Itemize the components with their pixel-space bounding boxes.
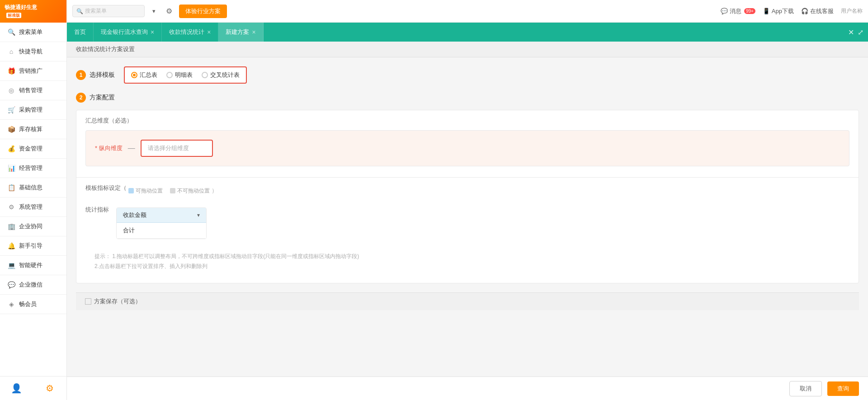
metrics-column-header: 收款金额 ▾ <box>117 208 206 223</box>
save-label: 方案保存（可选） <box>94 297 141 306</box>
dimension-area: 纵向维度 — 请选择分组维度 <box>85 130 849 166</box>
settings-gear-icon[interactable]: ⚙ <box>163 5 175 18</box>
metrics-total-row: 合计 <box>117 223 206 239</box>
sidebar-item-label: 畅会员 <box>19 300 37 308</box>
sidebar-item-member[interactable]: ◈ 畅会员 <box>0 295 66 314</box>
sidebar-item-label: 企业微信 <box>19 281 42 289</box>
save-checkbox[interactable] <box>85 298 91 305</box>
tab-bank-close[interactable]: × <box>151 29 154 35</box>
content-area: 1 选择模板 汇总表 明细表 交叉统计表 <box>67 57 868 376</box>
sidebar-item-guide[interactable]: 🔔 新手引导 <box>0 236 66 256</box>
message-btn[interactable]: 💬 消息 99+ <box>721 7 755 15</box>
money-icon: 💰 <box>7 145 15 153</box>
sidebar-item-finance[interactable]: 💰 资金管理 <box>0 139 66 159</box>
sidebar-item-basic[interactable]: 📋 基础信息 <box>0 178 66 198</box>
tab-home-label: 首页 <box>74 28 86 36</box>
topbar: 🔍 搜索菜单 ▾ ⚙ 体验行业方案 💬 消息 99+ 📱 App下载 🎧 在线客… <box>67 0 868 23</box>
download-label: App下载 <box>772 7 794 15</box>
home-icon: ⌂ <box>7 47 15 56</box>
main-wrapper: 🔍 搜索菜单 ▾ ⚙ 体验行业方案 💬 消息 99+ 📱 App下载 🎧 在线客… <box>67 0 868 400</box>
tips-area: 提示： 1.拖动标题栏可以调整布局，不可跨维度或指标区域拖动目字段(只能在同一维… <box>85 246 849 277</box>
radio-detail[interactable]: 明细表 <box>166 71 193 79</box>
step1-header: 1 选择模板 汇总表 明细表 交叉统计表 <box>76 66 859 84</box>
sidebar-item-system[interactable]: ⚙ 系统管理 <box>0 198 66 217</box>
sidebar-item-sales[interactable]: ◎ 销售管理 <box>0 81 66 100</box>
hint-movable-label: 可拖动位置 <box>136 187 163 195</box>
sidebar-item-wechat[interactable]: 💬 企业微信 <box>0 275 66 295</box>
dimension-label: 汇总维度（必选） <box>85 117 849 125</box>
sidebar-item-label: 搜索菜单 <box>19 28 42 36</box>
message-badge: 99+ <box>744 8 755 14</box>
sidebar-item-operations[interactable]: 📊 经营管理 <box>0 159 66 178</box>
step2-section: 2 方案配置 汇总维度（必选） 纵向维度 — 请选择分组维度 <box>76 93 859 283</box>
search-dropdown-btn[interactable]: ▾ <box>148 6 159 17</box>
download-btn[interactable]: 📱 App下载 <box>763 7 794 15</box>
sidebar-item-inventory[interactable]: 📦 库存核算 <box>0 120 66 139</box>
step1-badge: 1 <box>76 70 86 80</box>
dimension-select-placeholder: 请选择分组维度 <box>148 144 189 152</box>
sidebar-user-icon[interactable]: 👤 <box>9 380 25 396</box>
sidebar-item-purchase[interactable]: 🛒 采购管理 <box>0 100 66 120</box>
sidebar-item-hardware[interactable]: 💻 智能硬件 <box>0 256 66 275</box>
step2-header: 2 方案配置 <box>76 93 859 103</box>
sidebar-settings-icon[interactable]: ⚙ <box>42 380 58 396</box>
tab-payment-label: 收款情况统计 <box>169 28 204 36</box>
dimension-arrow-icon: — <box>128 144 135 152</box>
sidebar-item-label: 快捷导航 <box>19 47 42 56</box>
tip-2: 2.点击标题栏下拉可设置排序、插入列和删除列 <box>94 262 840 272</box>
radio-cross[interactable]: 交叉统计表 <box>202 71 240 79</box>
sidebar-item-search[interactable]: 🔍 搜索菜单 <box>0 23 66 42</box>
sidebar-item-label: 营销推广 <box>19 67 42 75</box>
query-button[interactable]: 查询 <box>827 381 859 396</box>
sidebar-item-marketing[interactable]: 🎁 营销推广 <box>0 61 66 81</box>
chat-icon: 💬 <box>7 281 15 289</box>
tab-payment[interactable]: 收款情况统计 × <box>162 23 218 42</box>
member-icon: ◈ <box>7 300 15 308</box>
tab-home[interactable]: 首页 <box>67 23 94 42</box>
tab-new-plan-close[interactable]: × <box>252 29 255 35</box>
step2-card: 汇总维度（必选） 纵向维度 — 请选择分组维度 <box>76 110 859 283</box>
tab-new-plan[interactable]: 新建方案 × <box>218 23 263 42</box>
hint-movable-dot <box>128 188 134 193</box>
topbar-right: 💬 消息 99+ 📱 App下载 🎧 在线客服 用户名称 <box>721 7 863 15</box>
user-name: 用户名称 <box>841 7 863 15</box>
metrics-section: 模板指标设定（ 可拖动位置 不可拖动位置 <box>76 178 859 283</box>
sidebar-item-enterprise[interactable]: 🏢 企业协同 <box>0 217 66 236</box>
dimension-select[interactable]: 请选择分组维度 <box>141 140 213 157</box>
gift-icon: 🎁 <box>7 67 15 75</box>
sidebar-item-label: 系统管理 <box>19 203 42 211</box>
sidebar-item-label: 新手引导 <box>19 242 42 250</box>
metrics-table: 收款金额 ▾ 合计 <box>116 207 207 239</box>
sidebar-item-quicknav[interactable]: ⌂ 快捷导航 <box>0 42 66 61</box>
hint-immovable: 不可拖动位置 <box>170 187 210 195</box>
tab-payment-close[interactable]: × <box>207 29 211 35</box>
cart-icon: 🛒 <box>7 106 15 114</box>
search-icon: 🔍 <box>7 28 15 36</box>
step1-section: 1 选择模板 汇总表 明细表 交叉统计表 <box>76 66 859 84</box>
tab-new-plan-label: 新建方案 <box>226 28 249 36</box>
dimension-row: 纵向维度 — 请选择分组维度 <box>95 140 840 157</box>
sidebar-bottom: 👤 ⚙ <box>0 376 66 400</box>
app-badge: 标准版 <box>6 13 21 18</box>
sidebar-item-label: 资金管理 <box>19 145 42 153</box>
cancel-button[interactable]: 取消 <box>789 381 822 396</box>
service-btn[interactable]: 🎧 在线客服 <box>801 7 834 15</box>
footer-save: 方案保存（可选） <box>76 292 859 310</box>
app-logo: 畅捷通好生意 标准版 <box>0 0 66 23</box>
tab-bank[interactable]: 现金银行流水查询 × <box>94 23 162 42</box>
metrics-dropdown-icon[interactable]: ▾ <box>197 212 200 218</box>
sidebar-item-label: 经营管理 <box>19 164 42 172</box>
search-box[interactable]: 🔍 搜索菜单 <box>72 5 145 17</box>
step2-badge: 2 <box>76 93 86 103</box>
service-label: 在线客服 <box>810 7 834 15</box>
industry-btn[interactable]: 体验行业方案 <box>179 5 227 18</box>
page-header: 收款情况统计方案设置 <box>67 42 868 57</box>
tab-close-all-btn[interactable]: ✕ <box>848 28 854 37</box>
radio-circle-summary <box>131 72 137 78</box>
vertical-dim-label: 纵向维度 <box>95 144 123 152</box>
tab-maximize-btn[interactable]: ⤢ <box>858 28 863 37</box>
radio-summary[interactable]: 汇总表 <box>131 71 157 79</box>
hint-movable: 可拖动位置 <box>128 187 163 195</box>
laptop-icon: 💻 <box>7 261 15 269</box>
metrics-hint: 可拖动位置 不可拖动位置 <box>128 187 210 195</box>
